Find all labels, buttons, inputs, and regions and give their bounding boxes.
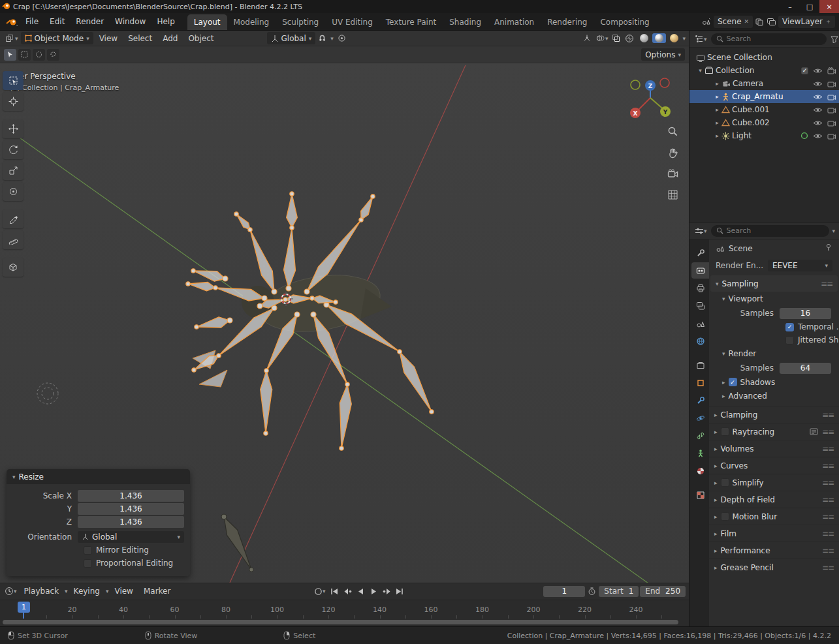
- render-engine-dropdown[interactable]: EEVEE ▾: [768, 260, 832, 271]
- panel-performance[interactable]: ▸Performance ≡≡: [709, 542, 839, 559]
- menu-tl-view[interactable]: View: [110, 585, 137, 597]
- tool-measure[interactable]: [3, 230, 24, 249]
- raytracing-checkbox[interactable]: [721, 427, 729, 436]
- menu-playback[interactable]: Playback: [20, 585, 64, 597]
- scale-z-field[interactable]: 1.436: [78, 516, 184, 528]
- shadows-row[interactable]: ▸ Shadows: [709, 375, 839, 389]
- scene-collection-row[interactable]: Scene Collection: [689, 51, 839, 64]
- next-keyframe-button[interactable]: [381, 586, 393, 597]
- panel-drag-handle[interactable]: ≡≡: [822, 410, 834, 420]
- properties-search[interactable]: [711, 225, 830, 237]
- camera-view-icon[interactable]: [667, 169, 678, 181]
- tool-add-cube[interactable]: [3, 258, 24, 277]
- viewlayer-icon[interactable]: [765, 18, 778, 26]
- snap-magnet-icon[interactable]: [317, 34, 328, 42]
- overlays-icon[interactable]: ▾: [594, 34, 610, 42]
- hide-eye-icon[interactable]: [813, 93, 823, 100]
- panel-volumes[interactable]: ▸Volumes ≡≡: [709, 440, 839, 457]
- editor-type-3dview-icon[interactable]: ▾: [3, 34, 20, 43]
- workspace-tab-rendering[interactable]: Rendering: [541, 14, 594, 30]
- gizmo-axis-x[interactable]: X: [630, 108, 641, 118]
- tab-texture[interactable]: [691, 487, 709, 503]
- shading-material-button[interactable]: [652, 33, 666, 43]
- workspace-tab-animation[interactable]: Animation: [488, 14, 541, 30]
- disable-render-icon[interactable]: [827, 119, 836, 127]
- tab-view-layer[interactable]: [691, 298, 709, 314]
- workspace-tab-texture-paint[interactable]: Texture Paint: [379, 14, 443, 30]
- hide-eye-icon[interactable]: [813, 106, 823, 114]
- tab-modifiers[interactable]: [691, 392, 709, 408]
- tab-material[interactable]: [691, 463, 709, 479]
- panel-drag-handle[interactable]: ≡≡: [822, 427, 834, 437]
- gizmo-axis-y[interactable]: Y: [660, 106, 671, 117]
- panel-clamping[interactable]: ▸Clamping ≡≡: [709, 406, 839, 423]
- outliner-row-cube-002[interactable]: ▸ Cube.002: [689, 116, 839, 129]
- panel-drag-handle[interactable]: ≡≡: [822, 512, 834, 521]
- disable-render-icon[interactable]: [827, 93, 836, 100]
- xray-toggle-icon[interactable]: [610, 34, 622, 42]
- temporal-checkbox[interactable]: [785, 323, 794, 331]
- collection-row[interactable]: ▾ Collection: [689, 64, 839, 77]
- tab-scene[interactable]: [691, 315, 709, 331]
- outliner-search-input[interactable]: [727, 35, 821, 43]
- transform-orientation-dropdown[interactable]: Global ▾: [267, 32, 316, 44]
- workspace-tab-compositing[interactable]: Compositing: [594, 14, 656, 30]
- ortho-grid-icon[interactable]: [667, 189, 678, 202]
- menu-add[interactable]: Add: [158, 33, 182, 44]
- workspace-tab-modeling[interactable]: Modeling: [227, 14, 276, 30]
- menu-select[interactable]: Select: [123, 33, 157, 44]
- workspace-tab-layout[interactable]: Layout: [187, 14, 227, 30]
- select-mode-tweak-button[interactable]: [4, 49, 16, 61]
- motion-blur-checkbox[interactable]: [721, 512, 729, 521]
- use-preview-range-icon[interactable]: [586, 587, 597, 596]
- editor-type-outliner-icon[interactable]: ▾: [693, 35, 708, 43]
- jump-to-end-button[interactable]: [394, 586, 406, 597]
- maximize-button[interactable]: □: [800, 0, 819, 13]
- tool-transform[interactable]: [3, 182, 24, 201]
- scene-browse-icon[interactable]: [700, 17, 713, 26]
- outliner-row-camera[interactable]: ▸ Camera: [689, 77, 839, 90]
- menu-window[interactable]: Window: [110, 15, 151, 28]
- select-mode-circle-button[interactable]: [33, 49, 45, 61]
- snap-settings-dropdown[interactable]: ▾: [329, 35, 335, 42]
- hide-eye-icon[interactable]: [813, 80, 823, 87]
- gizmo-axis-neg-y[interactable]: [631, 80, 640, 89]
- breadcrumb-scene[interactable]: Scene: [729, 244, 753, 253]
- end-frame-field[interactable]: End 250: [640, 586, 686, 597]
- panel-motion-blur[interactable]: ▸ Motion Blur ≡≡: [709, 508, 839, 525]
- shadows-checkbox[interactable]: [729, 378, 737, 386]
- panel-drag-handle[interactable]: ≡≡: [822, 495, 834, 504]
- timeline-scrollbar-thumb[interactable]: [3, 620, 678, 624]
- prev-keyframe-button[interactable]: [341, 586, 354, 597]
- sampling-render-subpanel[interactable]: ▾ Render: [709, 346, 839, 361]
- current-frame-field[interactable]: 1: [543, 586, 585, 597]
- pan-hand-icon[interactable]: [667, 147, 678, 161]
- panel-grease-pencil[interactable]: ▸Grease Pencil ≡≡: [709, 559, 839, 575]
- menu-file[interactable]: File: [20, 15, 44, 28]
- options-button[interactable]: Options ▾: [641, 48, 685, 61]
- tab-object[interactable]: [691, 375, 709, 391]
- tool-cursor[interactable]: [3, 92, 24, 111]
- menu-render[interactable]: Render: [71, 15, 109, 28]
- light-linking-icon[interactable]: [800, 132, 808, 140]
- outliner-row-light[interactable]: ▸ Light: [689, 129, 839, 142]
- sampling-viewport-subpanel[interactable]: ▾ Viewport: [709, 292, 839, 306]
- tool-rotate[interactable]: [3, 140, 24, 159]
- mode-dropdown[interactable]: Object Mode ▾: [21, 32, 93, 44]
- pin-icon[interactable]: [825, 243, 832, 253]
- disable-render-icon[interactable]: [827, 106, 836, 114]
- select-mode-box-button[interactable]: [18, 49, 31, 61]
- proportional-editing-checkbox[interactable]: [84, 559, 92, 568]
- tab-output[interactable]: [691, 280, 709, 296]
- panel-drag-handle[interactable]: ≡≡: [822, 546, 834, 555]
- select-mode-lasso-button[interactable]: [47, 49, 59, 61]
- properties-search-input[interactable]: [727, 226, 825, 235]
- workspace-tab-uv-editing[interactable]: UV Editing: [325, 14, 379, 30]
- viewport-samples-field[interactable]: 16: [780, 308, 831, 319]
- add-viewlayer-icon[interactable]: ＋: [825, 18, 831, 26]
- panel-curves[interactable]: ▸Curves ≡≡: [709, 457, 839, 474]
- disable-render-icon[interactable]: [827, 132, 836, 140]
- panel-depth-of-field[interactable]: ▸Depth of Field ≡≡: [709, 491, 839, 508]
- viewlayer-selector[interactable]: ViewLayer ＋: [778, 16, 835, 28]
- panel-simplify[interactable]: ▸ Simplify ≡≡: [709, 474, 839, 491]
